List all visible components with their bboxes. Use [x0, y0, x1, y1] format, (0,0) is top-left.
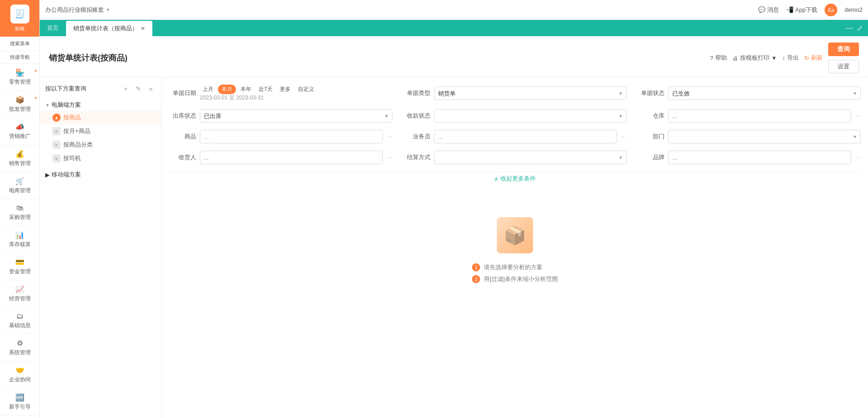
sidebar-item-purchase[interactable]: 🛍 采购管理 [0, 200, 39, 226]
newuser-icon: 🆕 [15, 393, 24, 402]
message-label: 消息 [767, 6, 779, 14]
date-btn-more[interactable]: 更多 [277, 85, 293, 94]
finance-label: 资金管理 [9, 268, 31, 276]
collapse-bar[interactable]: ∧ 收起更多条件 [169, 171, 861, 185]
salesman-dots[interactable]: ··· [621, 133, 627, 141]
sidebar-logo[interactable]: 🧾 标账 [0, 0, 39, 37]
sidebar-item-wholesale[interactable]: 📦 批发管理 [0, 91, 39, 118]
settle-select[interactable] [434, 151, 627, 164]
sidebar-item-basic[interactable]: 🗂 基础信息 [0, 308, 39, 334]
date-btn-custom[interactable]: 自定义 [295, 85, 317, 94]
user-avatar[interactable]: Ea [825, 4, 837, 16]
empty-step-1: 1 请先选择要分析的方案 [472, 263, 557, 271]
help-btn[interactable]: ? 帮助 [710, 54, 726, 62]
collapse-label: 收起更多条件 [500, 175, 536, 183]
sidebar-item-sales[interactable]: 💰 销售管理 [0, 145, 39, 172]
date-btn-this-month[interactable]: 本月 [218, 85, 236, 94]
goods-dots[interactable]: ··· [387, 133, 392, 141]
query-button[interactable]: 查询 [828, 43, 859, 56]
inventory-label: 库存核算 [9, 241, 31, 248]
tab-home[interactable]: 首页 [40, 20, 66, 36]
sidebar-item-inventory[interactable]: 📊 库存核算 [0, 226, 39, 253]
doc-status-select[interactable]: 已生效 [668, 86, 861, 100]
desktop-scheme-label: 电脑端方案 [52, 101, 81, 109]
tab-expand-icon[interactable]: ⤢ [857, 24, 863, 33]
salesman-input[interactable] [434, 130, 617, 143]
scheme-item-by-product[interactable]: ● 按商品 [40, 111, 161, 124]
industry-selector[interactable]: 办公用品行业模拟账套 ▼ [45, 6, 110, 14]
warehouse-dots[interactable]: ··· [855, 112, 861, 120]
out-status-label: 出库状态 [169, 112, 196, 120]
username-label[interactable]: demo2 [844, 6, 863, 13]
tabbar: 首页 销货单统计表（按商品） ✕ — ⤢ [40, 20, 868, 36]
filter-brand: 品牌 ··· [637, 151, 861, 164]
export-label: 导出 [787, 54, 799, 62]
message-btn[interactable]: 💬 消息 [758, 6, 779, 14]
receiver-input[interactable] [200, 151, 383, 164]
sidebar-item-newuser[interactable]: 🆕 新手引导 [0, 389, 39, 416]
edit-scheme-btn[interactable]: ✎ [133, 84, 143, 94]
add-scheme-btn[interactable]: + [121, 84, 131, 94]
print-btn[interactable]: 🖨 按模板打印 ▼ [732, 54, 777, 62]
date-label: 单据日期 [169, 89, 196, 97]
date-btn-this-year[interactable]: 本年 [238, 85, 254, 94]
sidebar-item-finance[interactable]: 💳 资金管理 [0, 253, 39, 280]
basic-label: 基础信息 [9, 322, 31, 329]
export-btn[interactable]: ↑ 导出 [783, 54, 799, 62]
date-btn-last-month[interactable]: 上月 [200, 85, 216, 94]
sidebar-item-marketing[interactable]: 📣 营销推广 [0, 118, 39, 145]
search-menu-label[interactable]: 搜索菜单 [10, 40, 30, 47]
date-btn-7days[interactable]: 近7天 [256, 85, 275, 94]
help-icon: ? [710, 55, 713, 62]
filter-settle: 结算方式 [403, 151, 627, 164]
marketing-icon: 📣 [15, 123, 24, 131]
enterprise-label: 企业协同 [9, 376, 31, 384]
scheme-panel-actions: + ✎ « [121, 84, 156, 94]
page-actions: ? 帮助 🖨 按模板打印 ▼ ↑ 导出 ↻ 刷新 查询 [710, 43, 859, 73]
sidebar-item-appcenter[interactable]: 📱 应用中心 [0, 416, 39, 418]
desktop-scheme-header[interactable]: ▼ 电脑端方案 [40, 99, 161, 111]
sidebar-item-system[interactable]: ⚙ 系统管理 [0, 334, 39, 361]
scheme-item-by-month-product[interactable]: ≡ 按月+商品 [40, 124, 161, 138]
app-download-btn[interactable]: 📲 App下载 [786, 6, 817, 14]
refresh-btn[interactable]: ↻ 刷新 [804, 54, 823, 62]
dept-select[interactable] [668, 130, 861, 143]
tab-sales-stats[interactable]: 销货单统计表（按商品） ✕ [66, 21, 152, 36]
sidebar-item-enterprise[interactable]: 🤝 企业协同 [0, 361, 39, 389]
receipt-status-select[interactable] [434, 109, 627, 123]
sidebar-item-operations[interactable]: 📈 经营管理 [0, 280, 39, 308]
scheme-item-by-clerk[interactable]: ≡ 按司机 [40, 152, 161, 165]
scheme-item-by-category[interactable]: ≡ 按商品分类 [40, 138, 161, 152]
retail-icon: 🏪 [15, 68, 24, 77]
operations-icon: 📈 [15, 285, 24, 294]
sidebar-quicknav-section[interactable]: 快捷导航 [0, 51, 39, 64]
refresh-label: 刷新 [811, 54, 823, 62]
logo-text: 标账 [15, 25, 25, 32]
empty-step-2: 2 用[过滤]条件来缩小分析范围 [472, 275, 557, 283]
tab-close-icon[interactable]: ✕ [141, 25, 145, 32]
brand-input[interactable] [668, 151, 851, 164]
purchase-icon: 🛍 [16, 204, 24, 212]
sidebar-item-retail[interactable]: 🏪 零售管理 [0, 64, 39, 91]
retail-label: 零售管理 [9, 78, 31, 86]
sidebar-search-section[interactable]: 搜索菜单 [0, 37, 39, 51]
message-icon: 💬 [758, 6, 765, 13]
sidebar-item-ecommerce[interactable]: 🛒 电商管理 [0, 172, 39, 200]
dept-select-wrapper [668, 130, 861, 143]
setting-button[interactable]: 设置 [828, 60, 859, 73]
receiver-dots[interactable]: ··· [387, 153, 392, 162]
refresh-icon: ↻ [804, 55, 809, 62]
doc-type-select[interactable]: 销货单 [434, 86, 627, 100]
mobile-scheme-header[interactable]: ▶ 移动端方案 [40, 169, 161, 180]
print-chevron-icon: ▼ [771, 55, 777, 62]
tab-minimize-icon[interactable]: — [846, 24, 853, 32]
collapse-panel-btn[interactable]: « [146, 84, 156, 94]
brand-dots[interactable]: ··· [855, 153, 861, 162]
quicknav-label[interactable]: 快捷导航 [10, 54, 30, 61]
help-label: 帮助 [715, 54, 727, 62]
goods-input[interactable] [200, 130, 383, 143]
date-range-display: 2023-03-01 至 2023-03-31 [200, 94, 392, 102]
out-status-select[interactable]: 已出库 [200, 109, 392, 123]
warehouse-input[interactable] [668, 109, 851, 123]
print-icon: 🖨 [732, 55, 738, 62]
